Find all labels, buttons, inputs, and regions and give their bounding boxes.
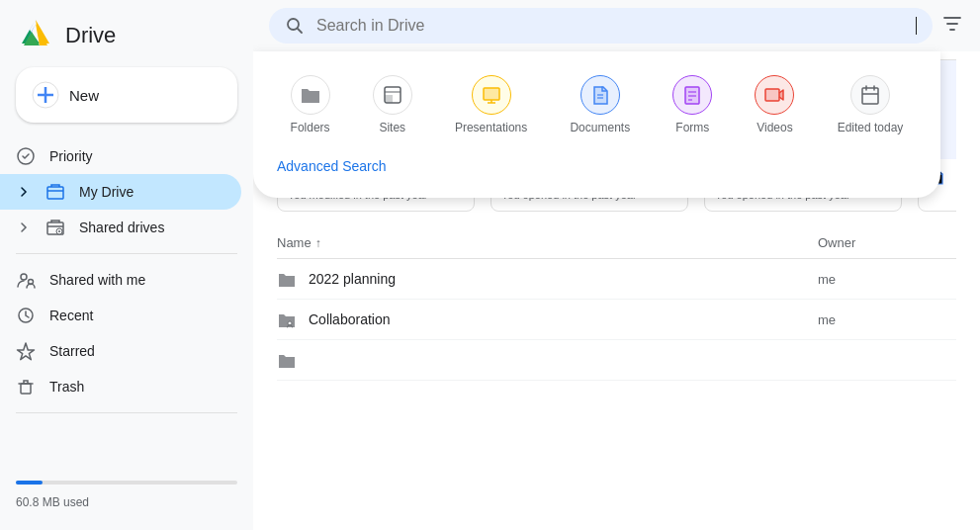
filter-pill-folders[interactable]: Folders [279,67,342,142]
filter-presentations-icon [472,75,511,115]
filter-button[interactable] [940,12,964,40]
filter-forms-icon [672,75,712,115]
filter-presentations-label: Presentations [455,121,527,134]
starred-icon [16,341,36,361]
file-list-row-third[interactable] [277,340,956,381]
nav-divider-1 [16,253,237,254]
text-cursor [916,17,917,35]
storage-bar [16,481,237,485]
filter-edited-today-label: Edited today [838,121,904,134]
file-list-name-planning: 2022 planning [277,269,818,289]
svg-rect-38 [765,89,779,101]
svg-rect-25 [385,91,401,93]
file-list-owner-collaboration: me [818,312,956,327]
search-icon [285,16,305,36]
main-content: Folders Sites Presentations [253,0,980,530]
my-drive-label: My Drive [79,184,134,200]
new-plus-icon [32,81,59,109]
shared-with-me-label: Shared with me [49,272,145,288]
filter-sites-label: Sites [379,121,405,134]
file-list-name-collaboration: Collaboration [277,309,818,329]
sidebar-item-my-drive[interactable]: My Drive [0,174,241,210]
filter-pill-forms[interactable]: Forms [661,67,724,142]
shared-drives-chevron [16,220,32,235]
filter-documents-label: Documents [570,121,630,134]
file-list-owner-header: Owner [818,235,956,250]
sidebar-item-trash[interactable]: Trash [0,369,241,404]
file-list-name-third [277,350,956,370]
search-container [269,8,933,44]
sidebar-item-shared-with-me[interactable]: Shared with me [0,262,241,298]
shared-drives-label: Shared drives [79,220,164,235]
my-drive-chevron [16,184,32,200]
search-filters: Folders Sites Presentations [253,67,940,150]
new-button[interactable]: New [16,67,237,123]
svg-rect-40 [862,88,878,104]
filter-pill-documents[interactable]: Documents [558,67,642,142]
file-list-header: Name ↑ Owner [277,227,956,259]
svg-rect-26 [385,95,393,103]
file-list-row-collaboration[interactable]: Collaboration me [277,300,956,340]
my-drive-icon [45,182,65,202]
advanced-search-link[interactable]: Advanced Search [253,150,940,182]
trash-icon [16,377,36,397]
filter-pill-presentations[interactable]: Presentations [443,67,539,142]
filter-videos-label: Videos [757,121,792,134]
storage-used-text: 60.8 MB used [16,495,89,509]
shared-drives-icon [45,218,65,237]
filter-folders-icon [291,75,330,115]
app-title: Drive [65,23,116,48]
svg-rect-27 [484,88,499,100]
sidebar-item-recent[interactable]: Recent [0,298,241,333]
search-input[interactable] [316,17,904,35]
file-list-name-header[interactable]: Name ↑ [277,235,818,250]
svg-rect-16 [47,187,63,199]
search-dropdown: Folders Sites Presentations [253,51,940,198]
nav-divider-2 [16,412,237,413]
filter-videos-icon [755,75,794,115]
filter-sites-icon [373,75,412,115]
filter-pill-sites[interactable]: Sites [361,67,424,142]
shared-with-me-icon [16,270,36,290]
svg-point-23 [288,19,299,30]
folder-shared-icon-collaboration [277,309,297,329]
new-button-label: New [69,87,99,104]
filter-pill-edited-today[interactable]: Edited today [826,67,916,142]
recent-label: Recent [49,308,93,323]
filter-edited-today-icon [850,75,890,115]
folder-icon-planning [277,269,297,289]
filter-folders-label: Folders [291,121,330,134]
storage-section: 60.8 MB used [0,469,253,522]
sidebar-item-priority[interactable]: Priority [0,138,241,174]
filter-documents-icon [580,75,620,115]
starred-label: Starred [49,343,95,359]
search-bar [253,0,980,51]
filter-forms-label: Forms [675,121,709,134]
priority-label: Priority [49,148,93,164]
sort-arrow: ↑ [315,236,321,250]
filter-pill-videos[interactable]: Videos [743,67,806,142]
file-list-owner-planning: me [818,272,956,287]
drive-logo [16,16,55,55]
file-list-row-planning[interactable]: 2022 planning me [277,259,956,300]
sidebar-item-shared-drives[interactable]: Shared drives [0,210,241,245]
recent-icon [16,306,36,325]
sidebar: Drive New [0,0,253,530]
sidebar-item-starred[interactable]: Starred [0,333,241,369]
folder-icon-third [277,350,297,370]
filter-icon [940,12,964,36]
svg-rect-22 [21,384,31,394]
trash-label: Trash [49,379,84,395]
priority-icon [16,146,36,166]
storage-bar-fill [16,481,43,485]
svg-point-19 [21,274,27,280]
